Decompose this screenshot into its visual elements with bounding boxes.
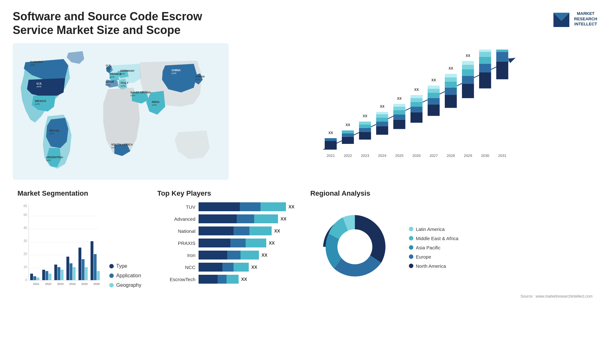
bar-mid: [237, 214, 254, 223]
legend-eu-label: Europe: [416, 254, 431, 260]
legend-na-dot: [409, 264, 413, 268]
svg-text:CHINA: CHINA: [172, 69, 181, 72]
svg-text:XX: XX: [466, 54, 471, 57]
svg-rect-122: [42, 270, 45, 280]
svg-text:xx%: xx%: [110, 76, 114, 78]
svg-text:2025: 2025: [81, 282, 88, 286]
svg-rect-53: [376, 114, 388, 118]
legend-eu-dot: [409, 254, 413, 259]
svg-rect-61: [393, 104, 405, 107]
svg-rect-74: [428, 89, 440, 93]
svg-text:FRANCE: FRANCE: [110, 72, 122, 76]
svg-text:JAPAN: JAPAN: [195, 75, 205, 78]
svg-rect-72: [428, 98, 440, 104]
player-row: PRAXIS XX: [157, 239, 295, 247]
legend-europe: Europe: [409, 254, 458, 260]
bottom-section: Market Segmentation 0 10 20 30 40 50: [13, 186, 597, 354]
svg-rect-130: [66, 257, 69, 280]
svg-rect-65: [410, 107, 423, 112]
bar-mid: [227, 251, 241, 260]
svg-rect-96: [479, 50, 491, 52]
bar-chart-svg: XX 2021 XX 2022 XX 2023: [241, 50, 591, 164]
svg-text:SOUTH AFRICA: SOUTH AFRICA: [111, 143, 133, 146]
players-list: TUV XX Advanced XX: [157, 202, 295, 284]
svg-rect-93: [479, 64, 491, 72]
legend-me-dot: [409, 236, 413, 240]
svg-text:2027: 2027: [430, 153, 438, 158]
svg-text:xx%: xx%: [49, 132, 54, 135]
svg-rect-66: [410, 102, 423, 107]
svg-text:MEXICO: MEXICO: [35, 99, 46, 103]
legend-me-label: Middle East & Africa: [416, 236, 458, 241]
svg-text:0: 0: [25, 278, 27, 282]
legend-geography-label: Geography: [116, 282, 141, 288]
svg-text:XX: XX: [329, 131, 333, 135]
player-value: XX: [288, 204, 295, 209]
players-title: Top Key Players: [157, 189, 295, 198]
svg-rect-78: [445, 95, 457, 108]
svg-rect-118: [30, 274, 33, 280]
svg-rect-40: [342, 133, 354, 137]
svg-rect-50: [376, 126, 388, 135]
segmentation-title: Market Segmentation: [17, 189, 141, 198]
donut-svg: [310, 202, 399, 291]
bar-dark: [199, 214, 237, 223]
svg-rect-86: [462, 76, 474, 84]
svg-rect-92: [479, 72, 491, 88]
legend-application-label: Application: [116, 273, 141, 279]
legend-middle-east: Middle East & Africa: [409, 236, 458, 241]
svg-text:30: 30: [24, 239, 27, 243]
legend-asia-pacific: Asia Pacific: [409, 245, 458, 250]
svg-rect-132: [73, 267, 76, 280]
svg-rect-124: [49, 274, 51, 280]
svg-rect-140: [97, 271, 100, 280]
legend-la-dot: [409, 227, 413, 231]
player-name: National: [157, 228, 195, 234]
bar-mid: [222, 263, 234, 272]
bar-dark: [199, 239, 230, 247]
bar-light: [261, 202, 286, 211]
svg-text:XX: XX: [449, 66, 453, 70]
svg-text:2024: 2024: [69, 282, 76, 286]
segmentation-legend: Type Application Geography: [109, 263, 141, 298]
svg-rect-89: [462, 61, 474, 65]
legend-type-label: Type: [116, 263, 127, 269]
svg-rect-67: [410, 98, 423, 102]
svg-rect-94: [479, 57, 491, 64]
players-section: Top Key Players TUV XX Advanced: [152, 186, 299, 354]
svg-text:xx%: xx%: [105, 84, 110, 86]
svg-rect-100: [496, 52, 508, 62]
legend-na-label: North America: [416, 263, 446, 269]
svg-text:ARGENTINA: ARGENTINA: [46, 156, 63, 159]
player-name: Iron: [157, 253, 195, 258]
player-value: XX: [251, 265, 257, 270]
regional-section: Regional Analysis: [306, 186, 597, 354]
svg-rect-119: [33, 276, 36, 280]
player-row: National XX: [157, 226, 295, 235]
svg-rect-126: [54, 265, 57, 280]
svg-rect-47: [359, 122, 371, 125]
bar-dark: [199, 251, 227, 260]
svg-text:INDIA: INDIA: [152, 100, 160, 104]
svg-text:50: 50: [24, 213, 27, 217]
svg-rect-46: [359, 125, 371, 128]
svg-rect-41: [342, 131, 354, 133]
svg-rect-35: [325, 141, 337, 150]
bar-dark: [199, 275, 218, 284]
svg-text:CANADA: CANADA: [30, 60, 43, 64]
svg-rect-45: [359, 128, 371, 132]
svg-text:xx%: xx%: [120, 72, 125, 75]
svg-rect-135: [82, 259, 85, 280]
svg-text:2023: 2023: [57, 282, 64, 286]
legend-la-label: Latin America: [416, 226, 445, 232]
svg-text:BRAZIL: BRAZIL: [49, 129, 60, 132]
source-text: Source : www.marketresearchintellect.com: [310, 294, 593, 299]
bar-mid: [234, 226, 249, 235]
segmentation-section: Market Segmentation 0 10 20 30 40 50: [13, 186, 146, 354]
player-bar: XX: [199, 275, 295, 284]
svg-text:ITALY: ITALY: [121, 81, 129, 84]
svg-rect-88: [462, 65, 474, 69]
top-section: CANADA xx% U.S. xx% MEXICO xx% BRAZIL xx…: [13, 43, 597, 180]
svg-rect-59: [393, 110, 405, 115]
player-value: XX: [241, 277, 247, 282]
